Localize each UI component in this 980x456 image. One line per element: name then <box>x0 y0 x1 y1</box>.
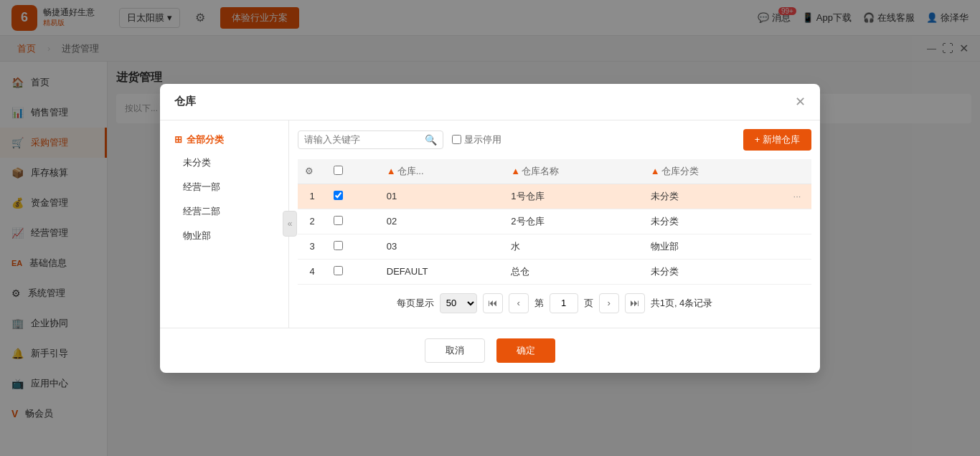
row-checkbox[interactable] <box>334 216 343 225</box>
collapse-panel-button[interactable]: « <box>283 211 297 237</box>
page-label: 第 <box>534 297 544 310</box>
row-checkbox[interactable] <box>334 241 343 250</box>
per-page-select[interactable]: 50 100 200 <box>440 293 477 313</box>
grid-icon: ⊞ <box>174 134 182 145</box>
modal-table-panel: 🔍 显示停用 + 新增仓库 ⚙ <box>289 120 820 328</box>
table-header: ⚙ ▲仓库... ▲仓库名称 ▲仓库分类 <box>298 159 811 184</box>
more-icon[interactable]: ··· <box>793 191 801 201</box>
table-row[interactable]: 2 02 2号仓库 未分类 <box>298 209 811 234</box>
next-page-button[interactable]: › <box>599 293 619 313</box>
row-checkbox[interactable] <box>334 266 343 275</box>
category-item-ops2[interactable]: 经营二部 <box>169 199 280 224</box>
last-page-button[interactable]: ⏭ <box>625 293 645 313</box>
th-name: ▲仓库名称 <box>504 159 643 184</box>
modal-title: 仓库 <box>174 95 196 108</box>
show-disabled-label[interactable]: 显示停用 <box>452 133 501 146</box>
table-row[interactable]: 4 DEFAULT 总仓 未分类 <box>298 259 811 284</box>
row-name: 水 <box>504 234 643 259</box>
table-container: ⚙ ▲仓库... ▲仓库名称 ▲仓库分类 1 <box>298 159 811 285</box>
warehouse-table: ⚙ ▲仓库... ▲仓库名称 ▲仓库分类 1 <box>298 159 811 285</box>
row-checkbox[interactable] <box>334 191 343 200</box>
th-category: ▲仓库分类 <box>644 159 783 184</box>
row-name: 1号仓库 <box>504 184 643 209</box>
settings-icon: ⚙ <box>305 166 314 176</box>
row-checkbox-cell <box>326 234 380 259</box>
add-warehouse-button[interactable]: + 新增仓库 <box>743 129 811 151</box>
confirm-button[interactable]: 确定 <box>496 338 555 363</box>
table-body: 1 01 1号仓库 未分类 ··· 2 02 <box>298 184 811 284</box>
category-item-ops1[interactable]: 经营一部 <box>169 175 280 199</box>
row-checkbox-cell <box>326 259 380 284</box>
show-disabled-checkbox[interactable] <box>452 135 461 144</box>
pagination: 每页显示 50 100 200 ⏮ ‹ 第 页 › ⏭ 共1页, 4条记录 <box>298 285 811 319</box>
table-row[interactable]: 3 03 水 物业部 <box>298 234 811 259</box>
row-code: 01 <box>380 184 504 209</box>
category-item-unclassified[interactable]: 未分类 <box>169 151 280 175</box>
row-actions: ··· <box>783 184 811 209</box>
modal-footer: 取消 确定 <box>160 328 820 373</box>
category-all-header[interactable]: ⊞ 全部分类 <box>169 129 280 151</box>
prev-page-button[interactable]: ‹ <box>509 293 529 313</box>
warehouse-modal: 仓库 ✕ ⊞ 全部分类 未分类 经营一部 经营二部 物业部 « <box>160 84 820 373</box>
row-checkbox-cell <box>326 209 380 234</box>
row-code: DEFAULT <box>380 259 504 284</box>
per-page-label: 每页显示 <box>397 297 434 310</box>
row-name: 2号仓库 <box>504 209 643 234</box>
select-all-checkbox[interactable] <box>334 166 343 175</box>
modal-toolbar: 🔍 显示停用 + 新增仓库 <box>298 129 811 151</box>
category-item-property[interactable]: 物业部 <box>169 224 280 248</box>
row-category: 未分类 <box>644 184 783 209</box>
category-all-label: 全部分类 <box>187 133 224 146</box>
row-index: 2 <box>298 209 326 234</box>
row-actions <box>783 259 811 284</box>
modal-body: ⊞ 全部分类 未分类 经营一部 经营二部 物业部 « 🔍 <box>160 120 820 328</box>
th-checkbox <box>326 159 380 184</box>
modal-category-panel: ⊞ 全部分类 未分类 经营一部 经营二部 物业部 « <box>160 120 289 328</box>
th-actions <box>783 159 811 184</box>
row-category: 未分类 <box>644 209 783 234</box>
cancel-button[interactable]: 取消 <box>425 338 485 363</box>
show-disabled-text: 显示停用 <box>464 133 501 146</box>
row-category: 物业部 <box>644 234 783 259</box>
row-index: 3 <box>298 234 326 259</box>
search-input[interactable] <box>304 134 425 145</box>
row-index: 4 <box>298 259 326 284</box>
row-code: 03 <box>380 234 504 259</box>
first-page-button[interactable]: ⏮ <box>483 293 503 313</box>
row-actions <box>783 234 811 259</box>
row-checkbox-cell <box>326 184 380 209</box>
page-number-input[interactable] <box>550 293 578 313</box>
search-icon: 🔍 <box>425 134 437 146</box>
th-code: ▲仓库... <box>380 159 504 184</box>
table-row[interactable]: 1 01 1号仓库 未分类 ··· <box>298 184 811 209</box>
modal-overlay: 仓库 ✕ ⊞ 全部分类 未分类 经营一部 经营二部 物业部 « <box>0 0 980 456</box>
page-suffix: 页 <box>584 297 593 310</box>
total-info: 共1页, 4条记录 <box>651 297 713 310</box>
search-box: 🔍 <box>298 130 443 149</box>
row-code: 02 <box>380 209 504 234</box>
row-index: 1 <box>298 184 326 209</box>
modal-close-button[interactable]: ✕ <box>795 94 806 110</box>
row-actions <box>783 209 811 234</box>
modal-header: 仓库 ✕ <box>160 84 820 120</box>
th-settings: ⚙ <box>298 159 326 184</box>
row-name: 总仓 <box>504 259 643 284</box>
row-category: 未分类 <box>644 259 783 284</box>
